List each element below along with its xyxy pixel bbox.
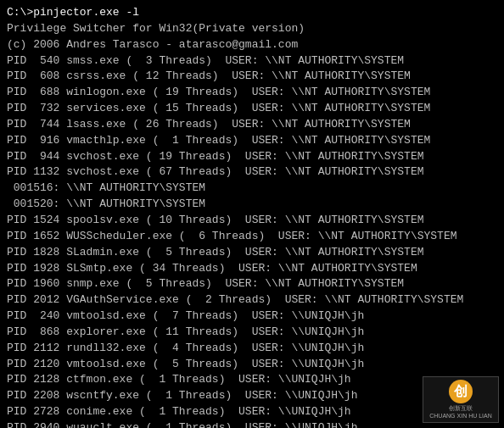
terminal-line: PID 688 winlogon.exe ( 19 Threads) USER:…	[7, 85, 497, 101]
terminal-line: PID 1652 WUSScheduler.exe ( 6 Threads) U…	[7, 229, 497, 245]
watermark-logo: 创	[440, 380, 482, 403]
terminal-line: PID 2120 vmtoolsd.exe ( 5 Threads) USER:…	[7, 357, 497, 373]
terminal-line: PID 868 explorer.exe ( 11 Threads) USER:…	[7, 325, 497, 341]
terminal-line: PID 1828 SLadmin.exe ( 5 Threads) USER: …	[7, 245, 497, 261]
terminal-line: 001516: \\NT AUTHORITY\SYSTEM	[7, 181, 497, 197]
logo-icon: 创	[449, 380, 473, 403]
terminal-line: PID 2012 VGAuthService.exe ( 2 Threads) …	[7, 292, 497, 308]
watermark: 创 创新互联CHUANG XIN HU LIAN	[423, 376, 499, 423]
terminal-window: C:\>pinjector.exe -lPrivilege Switcher f…	[0, 0, 504, 428]
terminal-line: PID 608 csrss.exe ( 12 Threads) USER: \\…	[7, 69, 497, 85]
terminal-line: PID 1960 snmp.exe ( 5 Threads) USER: \\N…	[7, 276, 497, 292]
terminal-line: Privilege Switcher for Win32(Private ver…	[7, 21, 497, 37]
terminal-line: PID 2112 rundll32.exe ( 4 Threads) USER:…	[7, 341, 497, 357]
terminal-line: PID 1928 SLSmtp.exe ( 34 Threads) USER: …	[7, 261, 497, 277]
terminal-line: (c) 2006 Andres Tarasco - atarasco@gmail…	[7, 37, 497, 53]
watermark-text: 创新互联CHUANG XIN HU LIAN	[429, 405, 492, 420]
terminal-line: PID 1524 spoolsv.exe ( 10 Threads) USER:…	[7, 213, 497, 229]
terminal-line: PID 1132 svchost.exe ( 67 Threads) USER:…	[7, 164, 497, 181]
terminal-line: PID 916 vmacthlp.exe ( 1 Threads) USER: …	[7, 133, 497, 149]
terminal-line: PID 744 lsass.exe ( 26 Threads) USER: \\…	[7, 117, 497, 133]
terminal-line: C:\>pinjector.exe -l	[7, 5, 497, 21]
terminal-line: PID 240 vmtoolsd.exe ( 7 Threads) USER: …	[7, 308, 497, 325]
terminal-line: PID 944 svchost.exe ( 19 Threads) USER: …	[7, 149, 497, 165]
terminal-line: PID 732 services.exe ( 15 Threads) USER:…	[7, 101, 497, 117]
terminal-line: 001520: \\NT AUTHORITY\SYSTEM	[7, 197, 497, 213]
terminal-line: PID 540 smss.exe ( 3 Threads) USER: \\NT…	[7, 53, 497, 69]
